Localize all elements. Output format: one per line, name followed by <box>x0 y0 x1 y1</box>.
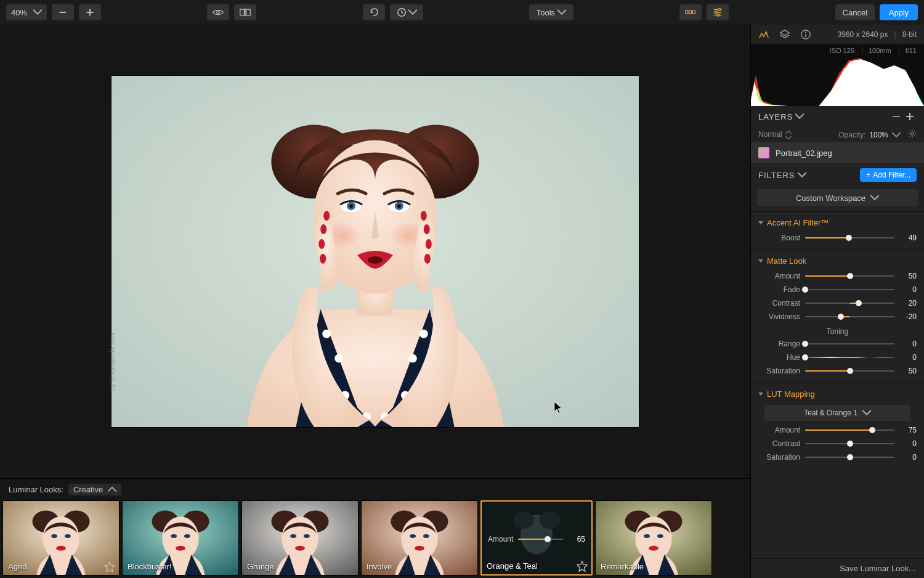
opacity-value[interactable]: 100% <box>869 131 888 139</box>
chevron-down-icon <box>795 112 804 121</box>
look-preset-orange-teal[interactable]: Amount 65 Orange & Teal <box>480 500 593 576</box>
param-slider-saturation[interactable] <box>805 370 894 372</box>
cancel-button[interactable]: Cancel <box>835 4 875 20</box>
apply-button[interactable]: Apply <box>880 4 918 20</box>
svg-point-64 <box>176 546 185 551</box>
svg-rect-4 <box>240 9 245 15</box>
zoom-out-button[interactable] <box>52 4 74 20</box>
param-slider-vividness[interactable] <box>805 316 894 317</box>
star-icon[interactable] <box>104 561 115 572</box>
save-look-button[interactable]: Save Luminar Look... <box>751 558 924 578</box>
chevron-down-icon <box>408 8 417 17</box>
zoom-level-value: 40% <box>11 8 27 17</box>
layer-item[interactable]: Portrait_02.jpeg <box>751 142 924 163</box>
compare-toggle-button[interactable] <box>234 4 256 20</box>
info-tab[interactable] <box>800 29 811 40</box>
svg-point-70 <box>304 534 310 538</box>
preview-toggle-button[interactable] <box>207 4 229 20</box>
param-value: 50 <box>899 367 917 375</box>
filter-section-header[interactable]: LUT Mapping <box>751 386 924 402</box>
svg-line-101 <box>909 131 910 131</box>
filter-title: Accent AI Filter™ <box>767 218 829 227</box>
param-slider-amount[interactable] <box>805 429 894 431</box>
svg-point-81 <box>513 511 534 529</box>
blend-mode-select[interactable]: Normal <box>758 130 793 139</box>
looks-panel: Luminar Looks: Creative Aged <box>0 478 750 578</box>
history-button[interactable] <box>390 4 423 20</box>
svg-point-23 <box>419 330 428 338</box>
svg-point-49 <box>426 239 432 249</box>
filter-subheader: Toning <box>751 324 924 337</box>
chevron-down-icon <box>862 409 871 417</box>
layer-thumbnail <box>758 147 769 158</box>
filters-panel-toggle[interactable] <box>707 4 729 20</box>
look-preset-involve[interactable]: Involve <box>361 500 478 576</box>
svg-rect-5 <box>246 9 251 15</box>
add-filter-button[interactable]: +Add Filter... <box>860 168 917 182</box>
svg-point-18 <box>322 330 331 338</box>
looks-category-select[interactable]: Creative <box>68 484 121 495</box>
plus-icon <box>84 7 95 18</box>
presets-panel-toggle[interactable] <box>679 4 702 20</box>
param-slider-fade[interactable] <box>805 289 894 290</box>
info-icon <box>800 29 811 40</box>
star-icon[interactable] <box>577 561 588 572</box>
workspace-select[interactable]: Custom Workspace <box>757 189 918 206</box>
param-slider-contrast[interactable] <box>805 443 894 444</box>
svg-point-88 <box>657 534 663 538</box>
svg-point-16 <box>717 14 719 17</box>
param-value: 50 <box>899 272 917 280</box>
tools-menu-button[interactable]: Tools <box>529 4 573 20</box>
param-slider-saturation[interactable] <box>805 457 894 458</box>
zoom-level-select[interactable]: 40% <box>6 4 47 20</box>
param-slider-amount[interactable] <box>805 275 894 277</box>
canvas-area[interactable]: by Urkamandarinka <box>0 25 750 478</box>
param-slider-range[interactable] <box>805 343 894 344</box>
histogram-tab[interactable] <box>758 29 769 40</box>
image-bit-depth: 8-bit <box>902 30 917 39</box>
param-label: Vividness <box>758 312 800 321</box>
svg-point-87 <box>644 534 650 538</box>
svg-point-63 <box>184 534 190 538</box>
layers-title: LAYERS <box>758 112 793 121</box>
cursor-icon <box>554 402 563 414</box>
undo-button[interactable] <box>363 4 385 20</box>
look-preset-aged[interactable]: Aged <box>2 500 120 576</box>
look-preset-grunge[interactable]: Grunge <box>241 500 359 576</box>
param-label: Contrast <box>758 299 800 307</box>
filter-section-header[interactable]: Accent AI Filter™ <box>751 214 924 231</box>
svg-point-55 <box>51 534 57 538</box>
tools-label: Tools <box>537 8 555 17</box>
zoom-in-button[interactable] <box>79 4 101 20</box>
param-slider-contrast[interactable] <box>805 303 894 304</box>
svg-line-102 <box>914 136 915 136</box>
param-label: Amount <box>758 272 800 280</box>
workspace-value: Custom Workspace <box>796 193 865 203</box>
histogram-display <box>751 57 924 106</box>
param-slider-boost[interactable] <box>805 237 894 238</box>
collapse-layers-button[interactable] <box>890 110 903 123</box>
chevron-down-icon <box>33 8 42 17</box>
layer-settings-button[interactable] <box>908 129 917 140</box>
filter-section-header[interactable]: Matte Look <box>751 253 924 269</box>
param-label: Fade <box>758 285 800 294</box>
svg-point-91 <box>805 31 806 33</box>
sliders-icon <box>712 7 723 18</box>
focal-length-value: 100mm <box>862 47 891 54</box>
looks-label: Luminar Looks: <box>9 485 63 494</box>
svg-point-56 <box>65 534 71 538</box>
chevron-down-icon <box>892 131 901 139</box>
opacity-label: Opacity: <box>838 131 865 139</box>
svg-point-78 <box>415 546 424 551</box>
layers-tab[interactable] <box>779 29 790 40</box>
histogram-icon <box>758 29 769 40</box>
look-preset-blockbuster-[interactable]: Blockbuster! <box>122 500 239 576</box>
layers-panel-header[interactable]: LAYERS <box>751 106 924 127</box>
look-preset-remarkable[interactable]: Remarkable <box>595 500 712 576</box>
lut-select[interactable]: Teal & Orange 1 <box>764 405 910 421</box>
svg-point-45 <box>318 239 325 249</box>
add-layer-button[interactable] <box>903 110 917 123</box>
param-value: 0 <box>899 439 917 448</box>
param-slider-hue[interactable] <box>805 357 894 358</box>
look-amount-slider[interactable] <box>518 539 563 540</box>
